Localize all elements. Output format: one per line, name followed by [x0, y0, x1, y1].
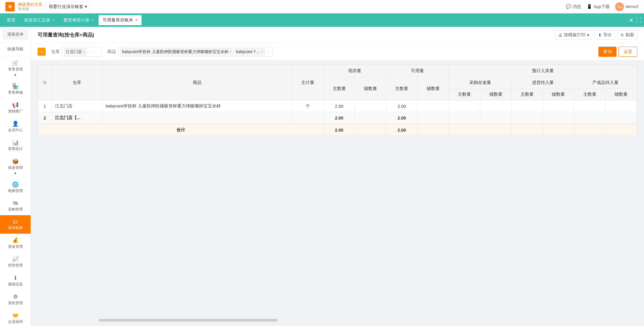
product-tag-1: babycare学饮杯 儿童防摔防撞吸管杯重力球吸嘴杯宝宝水杯 ×	[120, 48, 233, 55]
refresh-btn[interactable]: ↻ 刷新	[618, 30, 637, 40]
retail-mgmt-icon: 🛒	[12, 60, 19, 66]
table-wrapper: ⚙ 仓库 商品 主计量 现存量 可用量 预计入库量 主数量	[38, 64, 637, 136]
footer-incoming-pending-aux	[543, 124, 574, 136]
retail-stats-icon: 📊	[12, 139, 19, 146]
tab-home[interactable]: 首页	[3, 15, 19, 25]
sidebar-item-retail-mall[interactable]: 🏪 零售商城	[0, 80, 31, 98]
export-icon: ⬆	[598, 33, 602, 38]
sidebar-item-operations-mgmt[interactable]: 📈 经营管理	[0, 252, 31, 271]
expand-btn[interactable]: ⛶	[636, 17, 641, 23]
row2-current-aux	[355, 112, 386, 124]
sidebar-item-system-mgmt[interactable]: ⚙ 系统管理	[0, 290, 31, 309]
edition-label: 标准版	[18, 7, 42, 11]
available-aux-header: 辅数量	[418, 77, 449, 100]
sidebar-item-wholesale-mgmt[interactable]: 📦 批发管理 ▲	[0, 155, 31, 178]
sidebar: 搜索菜单 快捷导航 🛒 零售管理 ▲ 🏪 零售商城 📢 营销推广 👤 会员中心 …	[0, 27, 31, 326]
row2-available-main: 2.00	[386, 112, 417, 124]
expand-filter-btn[interactable]: »	[38, 48, 46, 56]
product-tag-container[interactable]: babycare学饮杯 儿童防摔防撞吸管杯重力球吸嘴杯宝宝水杯 × babyca…	[118, 47, 273, 57]
org-selector[interactable]: 母婴行业演示账套 ▾	[46, 2, 90, 11]
footer-current-aux	[355, 124, 386, 136]
purchase-mgmt-icon: 🛍	[13, 200, 18, 206]
wholesale-mgmt-icon: 📦	[12, 158, 19, 165]
sidebar-quick-nav-item[interactable]: 快捷导航	[0, 44, 31, 55]
print-icon: 🖨	[558, 33, 562, 38]
tab-available-inventory-label: 可用量库存账本	[103, 17, 133, 23]
print-btn[interactable]: 🖨 按模板打印 ▾	[555, 30, 592, 40]
footer-current-main: 2.00	[323, 124, 355, 136]
sidebar-item-ecommerce-mgmt[interactable]: 🌐 电商管理	[0, 178, 31, 197]
tab-available-inventory[interactable]: 可用量库存账本 ×	[99, 15, 142, 25]
footer-incoming-pending-main	[512, 124, 543, 136]
horizontal-scrollbar[interactable]	[38, 318, 637, 322]
tab-order-stats[interactable]: 要货单统计表 ×	[59, 15, 98, 25]
row2-purchase-transit-main	[449, 112, 480, 124]
row2-product-pending-aux	[605, 112, 637, 124]
export-btn[interactable]: ⬆ 导出	[595, 30, 615, 40]
product-tag-1-close[interactable]: ×	[229, 50, 231, 54]
basic-info-icon: ℹ	[14, 275, 16, 281]
scroll-container[interactable]: ⚙ 仓库 商品 主计量 现存量 可用量 预计入库量 主数量	[38, 64, 637, 318]
incoming-pending-group-header: 进货待入量	[512, 77, 574, 89]
top-bar: 畅 畅捷通好生意 标准版 母婴行业演示账套 ▾ 💬 消息 📱 App下载 Ea …	[0, 0, 644, 13]
product-tag-2: babycare？... ×	[234, 48, 265, 55]
purchase-transit-group-header: 采购在途量	[449, 77, 512, 89]
top-bar-right: 💬 消息 📱 App下载 Ea demo2	[566, 2, 639, 11]
warehouse-col-header: 仓库	[52, 65, 102, 100]
current-stock-group-header: 现存量	[323, 65, 386, 77]
refresh-icon: ↻	[621, 33, 624, 38]
scroll-thumb[interactable]	[99, 319, 278, 322]
sidebar-item-basic-info[interactable]: ℹ 基础信息	[0, 271, 31, 290]
settings-col-header[interactable]: ⚙	[38, 65, 52, 100]
avatar: Ea	[615, 2, 624, 11]
row1-current-aux	[355, 100, 386, 112]
filter-actions: 查询 设置	[598, 47, 637, 57]
row2-index: 2	[38, 112, 52, 124]
user-menu[interactable]: Ea demo2	[615, 2, 639, 11]
enterprise-collab-icon: 🤝	[12, 312, 19, 319]
tab-receive-summary-label: 收发存汇总表	[24, 17, 50, 23]
tab-receive-summary-close[interactable]: ×	[52, 18, 55, 22]
sidebar-item-retail-mgmt[interactable]: 🛒 零售管理 ▲	[0, 56, 31, 80]
tab-order-stats-close[interactable]: ×	[92, 18, 94, 22]
brand-name: 畅捷通好生意	[18, 2, 42, 7]
warehouse-tag-close[interactable]: ×	[83, 50, 85, 54]
warehouse-tag-container[interactable]: 江北门店 × ···	[62, 47, 102, 57]
purchase-transit-aux-header: 辅数量	[480, 89, 511, 100]
tab-available-inventory-close[interactable]: ×	[135, 18, 138, 22]
unit-col-header: 主计量	[292, 65, 323, 100]
tab-receive-summary[interactable]: 收发存汇总表 ×	[20, 15, 59, 25]
available-group-header: 可用量	[386, 65, 449, 77]
message-btn[interactable]: 💬 消息	[566, 4, 581, 10]
row1-product-pending-aux	[605, 100, 637, 112]
data-table: ⚙ 仓库 商品 主计量 现存量 可用量 预计入库量 主数量	[38, 65, 637, 136]
download-icon: 📱	[587, 4, 592, 9]
row1-purchase-transit-aux	[480, 100, 511, 112]
sidebar-item-purchase-mgmt[interactable]: 🛍 采购管理	[0, 197, 31, 215]
incoming-pending-aux-header: 辅数量	[543, 89, 574, 100]
sidebar-item-marketing[interactable]: 📢 营销推广	[0, 98, 31, 117]
row1-warehouse: 江北门店	[52, 100, 102, 112]
footer-available-main: 2.00	[386, 124, 417, 136]
app-download-btn[interactable]: 📱 App下载	[587, 4, 610, 10]
row2-warehouse: 江北门店【...	[52, 112, 102, 124]
row2-unit	[292, 112, 323, 124]
footer-label: 合计	[38, 124, 324, 136]
search-menu-btn[interactable]: 搜索菜单	[3, 30, 28, 39]
query-btn[interactable]: 查询	[598, 47, 616, 57]
row1-unit: 个	[292, 100, 323, 112]
product-more-btn[interactable]: ···	[267, 49, 271, 54]
sidebar-item-member-center[interactable]: 👤 会员中心	[0, 117, 31, 136]
sidebar-item-retail-stats[interactable]: 📊 零售统计	[0, 136, 31, 155]
incoming-pending-main-header: 主数量	[512, 89, 543, 100]
row1-index: 1	[38, 100, 52, 112]
product-tag-2-close[interactable]: ×	[261, 50, 263, 54]
available-main-header: 主数量	[386, 77, 417, 100]
sidebar-item-inventory-check[interactable]: 🗂 库存核算	[0, 215, 31, 234]
sidebar-item-enterprise-collab[interactable]: 🤝 企业协同	[0, 309, 31, 326]
footer-product-pending-main	[574, 124, 605, 136]
main-content: 可用量查询(按仓库+商品) 🖨 按模板打印 ▾ ⬆ 导出 ↻ 刷新 »	[31, 27, 644, 326]
close-all-tabs-btn[interactable]: ✕	[629, 17, 633, 24]
settings-btn[interactable]: 设置	[619, 47, 637, 57]
sidebar-item-finance-mgmt[interactable]: 💰 资金管理	[0, 234, 31, 252]
